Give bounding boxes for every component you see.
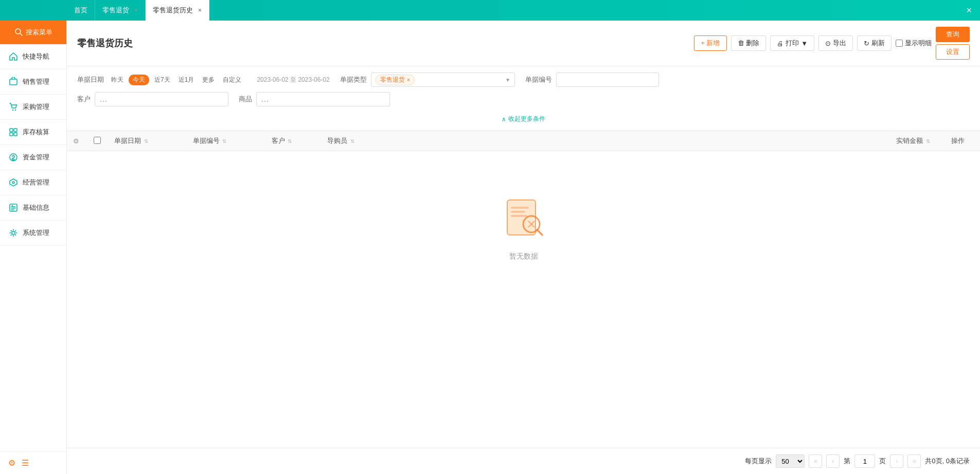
sidebar-item-finance-label: 资金管理 (23, 153, 49, 162)
set-button[interactable]: 设置 (936, 44, 970, 60)
tab-retail-return[interactable]: 零售退货 × (95, 0, 146, 21)
collapse-button[interactable]: ∧ 收起更多条件 (495, 114, 551, 124)
sidebar-item-base-info[interactable]: 基础信息 (0, 195, 66, 221)
search-menu[interactable]: 搜索菜单 (0, 21, 66, 44)
window-close-icon[interactable]: × (966, 5, 972, 16)
th-customer[interactable]: 客户 ⇅ (265, 131, 321, 151)
next-page-button[interactable]: › (890, 454, 903, 468)
sidebar-item-system-label: 系统管理 (23, 228, 49, 238)
tab-home[interactable]: 首页 (67, 0, 95, 21)
print-icon: 🖨 (777, 40, 783, 47)
sidebar-item-operation[interactable]: 经营管理 (0, 170, 66, 195)
date-btn-7days[interactable]: 近7天 (151, 75, 173, 85)
last-page-button[interactable]: » (907, 454, 921, 468)
sidebar-item-quick-nav[interactable]: 快捷导航 (0, 44, 66, 69)
voucher-type-tag-text: 零售退货 (380, 76, 405, 84)
sidebar-item-purchase[interactable]: 采购管理 (0, 95, 66, 120)
data-table: ⚙ 单据日期 ⇅ 单据编号 ⇅ (67, 131, 980, 151)
date-btn-yesterday[interactable]: 昨天 (108, 75, 127, 85)
sidebar-item-inventory-label: 库存核算 (23, 127, 49, 137)
date-btn-today[interactable]: 今天 (129, 75, 149, 85)
date-range-value: 2023-06-02 至 2023-06-02 (257, 76, 329, 84)
date-filter-label: 单据日期 (77, 75, 104, 84)
operation-icon (8, 177, 19, 188)
customer-label: 客户 (77, 95, 91, 104)
collapse-label: 收起更多条件 (508, 115, 545, 123)
th-number-label: 单据编号 (193, 137, 220, 144)
refresh-button[interactable]: ↻ 刷新 (857, 35, 892, 51)
tab-retail-return-close[interactable]: × (134, 7, 138, 14)
page-of-label: 页 (879, 457, 886, 466)
sidebar-item-quick-nav-label: 快捷导航 (23, 52, 49, 61)
voucher-number-filter: 单据编号 (525, 72, 659, 87)
th-date[interactable]: 单据日期 ⇅ (108, 131, 187, 151)
th-amount[interactable]: 实销金额 ⇅ (388, 131, 936, 151)
sidebar-item-inventory[interactable]: 库存核算 (0, 120, 66, 145)
th-guide[interactable]: 导购员 ⇅ (321, 131, 388, 151)
svg-rect-7 (10, 133, 13, 136)
show-detail-checkbox[interactable] (896, 40, 903, 47)
system-icon (8, 228, 19, 238)
svg-line-1 (20, 33, 22, 35)
customer-select[interactable]: … (95, 92, 228, 106)
print-dropdown-icon: ▼ (801, 40, 808, 47)
page-number-input[interactable] (854, 454, 875, 468)
voucher-type-tag-close[interactable]: × (407, 77, 410, 83)
svg-point-12 (12, 205, 13, 206)
th-customer-label: 客户 (272, 137, 285, 144)
sidebar-item-system[interactable]: 系统管理 (0, 221, 66, 246)
settings-bottom-icon[interactable]: ⚙ (8, 458, 15, 468)
show-detail-toggle[interactable]: 显示明细 (896, 39, 932, 48)
voucher-type-select[interactable]: 零售退货 × ▼ (371, 72, 515, 87)
th-guide-label: 导购员 (327, 137, 347, 144)
svg-rect-11 (10, 204, 17, 211)
voucher-number-input[interactable] (556, 72, 659, 87)
page-header: 零售退货历史 + 新增 🗑 删除 🖨 打印 ▼ ⊙ 导出 ↻ 刷新 (67, 21, 980, 66)
sidebar-item-base-info-label: 基础信息 (23, 203, 49, 212)
date-btn-more[interactable]: 更多 (199, 75, 218, 85)
th-settings: ⚙ (67, 131, 87, 151)
svg-point-13 (12, 231, 15, 234)
svg-rect-6 (14, 129, 17, 132)
date-btn-custom[interactable]: 自定义 (220, 75, 244, 85)
svg-rect-17 (511, 215, 527, 217)
empty-icon (498, 192, 549, 244)
date-filter: 单据日期 昨天 今天 近7天 近1月 更多 自定义 (77, 75, 244, 85)
svg-point-10 (12, 181, 14, 184)
purchase-icon (8, 102, 19, 112)
svg-rect-2 (10, 79, 17, 85)
th-amount-label: 实销金额 (896, 137, 923, 144)
goods-select[interactable]: … (256, 92, 390, 106)
header-actions: + 新增 🗑 删除 🖨 打印 ▼ ⊙ 导出 ↻ 刷新 显示明细 (694, 27, 970, 60)
refresh-icon: ↻ (864, 40, 869, 47)
th-action: 操作 (936, 131, 980, 151)
tab-home-label: 首页 (74, 6, 87, 15)
query-button[interactable]: 查询 (936, 27, 970, 42)
total-info: 共0页, 0条记录 (925, 457, 970, 466)
sidebar-item-finance[interactable]: 资金管理 (0, 145, 66, 170)
menu-bottom-icon[interactable]: ☰ (22, 458, 29, 468)
tab-retail-return-history-close[interactable]: × (198, 7, 202, 14)
delete-button[interactable]: 🗑 删除 (731, 35, 767, 51)
th-checkbox (87, 131, 108, 151)
select-all-checkbox[interactable] (94, 137, 101, 144)
pagination: 每页显示 50 10 20 100 « ‹ 第 页 › » 共0页, 0条记录 (67, 448, 980, 474)
export-button[interactable]: ⊙ 导出 (818, 35, 853, 51)
print-button[interactable]: 🖨 打印 ▼ (770, 35, 814, 51)
prev-page-button[interactable]: ‹ (826, 454, 840, 468)
voucher-number-label: 单据编号 (525, 75, 552, 84)
page-title: 零售退货历史 (77, 37, 133, 49)
per-page-select[interactable]: 50 10 20 100 (776, 454, 805, 468)
sidebar-item-sales[interactable]: 销售管理 (0, 69, 66, 95)
th-number[interactable]: 单据编号 ⇅ (187, 131, 265, 151)
first-page-button[interactable]: « (809, 454, 822, 468)
search-icon (14, 28, 23, 38)
table-settings-icon[interactable]: ⚙ (73, 137, 79, 145)
top-bar: 首页 零售退货 × 零售退货历史 × × (0, 0, 980, 21)
tab-retail-return-history[interactable]: 零售退货历史 × (146, 0, 209, 21)
date-btn-1month[interactable]: 近1月 (175, 75, 198, 85)
new-button[interactable]: + 新增 (694, 35, 726, 51)
sidebar-item-purchase-label: 采购管理 (23, 102, 49, 112)
customer-placeholder: … (99, 95, 108, 104)
voucher-type-tag: 零售退货 × (376, 75, 415, 85)
